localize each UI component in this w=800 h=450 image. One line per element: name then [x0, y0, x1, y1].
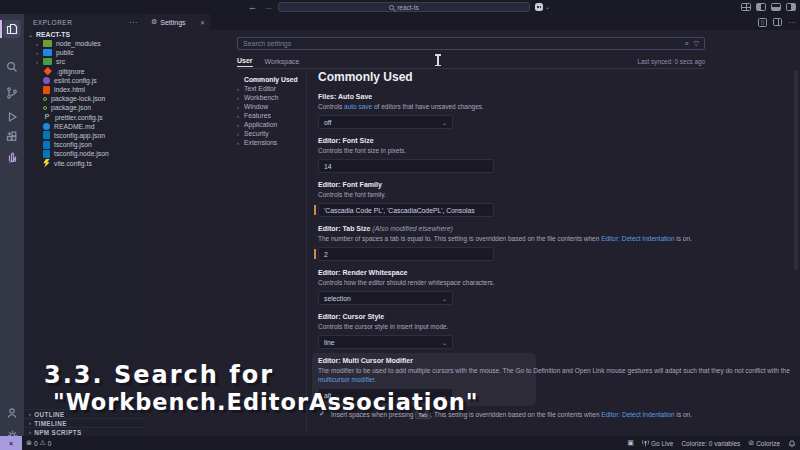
- file-tree-item[interactable]: index.html: [24, 85, 146, 94]
- close-icon[interactable]: ✕: [200, 19, 205, 26]
- sidebar-section-header[interactable]: › TIMELINE: [24, 418, 146, 427]
- settings-toc-item[interactable]: › Text Editor: [237, 84, 307, 93]
- sidebar-section-header[interactable]: › OUTLINE: [24, 409, 146, 418]
- nav-back-icon[interactable]: ←: [248, 2, 257, 12]
- file-name: public: [56, 49, 74, 56]
- file-icon: [44, 67, 52, 75]
- settings-group-heading: Commonly Used: [318, 70, 796, 84]
- file-tree-item[interactable]: README.md: [24, 122, 146, 131]
- checkbox-checked-icon[interactable]: ✓: [319, 410, 325, 418]
- tab-settings[interactable]: ⚙ Settings ✕: [146, 14, 210, 30]
- colorize-toggle-item[interactable]: ⊘ Colorize: [744, 439, 784, 447]
- command-center[interactable]: react-ts: [278, 2, 530, 12]
- gear-icon: ⚙: [151, 18, 157, 26]
- setting-control[interactable]: selection ⌄: [318, 291, 453, 305]
- notifications-bell-icon[interactable]: [784, 439, 800, 448]
- file-icon: [43, 150, 50, 158]
- setting-description-text: The number of spaces a tab is equal to. …: [318, 235, 601, 242]
- project-root-item[interactable]: ⌄ REACT-TS: [24, 29, 146, 39]
- scope-tab-user[interactable]: User: [237, 57, 253, 67]
- setting-title: Editor: Multi Cursor Modifier: [318, 357, 794, 364]
- file-icon: [43, 40, 52, 47]
- toggle-secondary-sidebar-icon[interactable]: [786, 3, 796, 11]
- setting-description-link[interactable]: auto save: [344, 103, 372, 110]
- settings-toc-item[interactable]: › Workbench: [237, 93, 307, 102]
- file-tree-item[interactable]: tsconfig.node.json: [24, 149, 146, 158]
- file-icon: [43, 106, 47, 110]
- file-tree-item[interactable]: vite.config.ts: [24, 158, 146, 167]
- filter-icon[interactable]: ▽: [694, 40, 699, 48]
- colorize-variables-item[interactable]: Colorize: 0 variables: [677, 440, 744, 447]
- file-tree-item[interactable]: P prettier.config.js: [24, 113, 146, 122]
- search-icon: [389, 5, 394, 10]
- setting-row: ✓ Insert spaces when pressing Tab. This …: [318, 410, 794, 420]
- toc-label: Workbench: [244, 94, 278, 101]
- file-tree-item[interactable]: tsconfig.app.json: [24, 131, 146, 140]
- file-tree-item[interactable]: tsconfig.json: [24, 140, 146, 149]
- setting-description: Controls the font family.: [318, 190, 794, 199]
- scope-tab-workspace[interactable]: Workspace: [265, 58, 300, 67]
- toggle-panel-icon[interactable]: [771, 3, 781, 11]
- toggle-sidebar-icon[interactable]: [756, 3, 766, 11]
- settings-toc-item[interactable]: › Extensions: [237, 138, 307, 147]
- customize-layout-icon[interactable]: [741, 3, 751, 11]
- file-icon: [43, 159, 50, 168]
- scrollbar[interactable]: [794, 70, 798, 270]
- chevron-down-icon: ⌄: [442, 119, 447, 126]
- suggest-icon[interactable]: ≡: [685, 40, 689, 48]
- extra-extension-icon[interactable]: [0, 146, 24, 168]
- file-tree-item[interactable]: › public: [24, 48, 146, 57]
- slash-circle-icon: ⊘: [748, 439, 754, 447]
- setting-description-link[interactable]: multicursor modifier: [318, 376, 374, 383]
- settings-toc-item[interactable]: Commonly Used: [237, 75, 307, 84]
- file-tree-item[interactable]: package.json: [24, 103, 146, 112]
- setting-control[interactable]: line ⌄: [318, 335, 453, 349]
- source-control-icon[interactable]: [0, 82, 24, 104]
- file-icon: [43, 131, 50, 139]
- chevron-right-icon: ›: [237, 140, 244, 146]
- setting-description-link[interactable]: Editor: Detect Indentation: [601, 235, 674, 242]
- file-name: .gitignore: [57, 68, 85, 75]
- extensions-icon[interactable]: [0, 126, 24, 148]
- explorer-sidebar: EXPLORER ⋯ ⌄ REACT-TS › node_modules › p…: [24, 14, 146, 436]
- chevron-down-icon: ⌄: [545, 3, 550, 10]
- toc-divider: [306, 72, 307, 432]
- settings-toc-item[interactable]: › Features: [237, 111, 307, 120]
- setting-row: ✓ Editor: Render Whitespace Controls how…: [318, 269, 794, 305]
- status-feedback-item[interactable]: ▣: [623, 439, 638, 447]
- remote-indicator[interactable]: ×: [0, 436, 22, 450]
- file-name: package-lock.json: [51, 95, 105, 102]
- setting-control[interactable]: 2 ⌄: [318, 247, 494, 261]
- settings-toc-item[interactable]: › Application: [237, 120, 307, 129]
- more-actions-icon[interactable]: ···: [788, 18, 796, 27]
- setting-control[interactable]: 14 ⌄: [318, 159, 494, 173]
- copilot-menu[interactable]: ⌄: [535, 3, 550, 11]
- file-tree-item[interactable]: package-lock.json: [24, 94, 146, 103]
- file-tree-item[interactable]: › node_modules: [24, 39, 146, 48]
- setting-value: selection: [324, 295, 351, 302]
- nav-forward-icon[interactable]: →: [264, 2, 273, 12]
- setting-control[interactable]: 'Cascadia Code PL', 'CascadiaCodePL', Co…: [318, 203, 494, 217]
- file-tree-item[interactable]: .gitignore: [24, 67, 146, 76]
- search-view-icon[interactable]: [0, 56, 24, 78]
- run-debug-icon[interactable]: [0, 106, 24, 128]
- settings-toc-item[interactable]: › Window: [237, 102, 307, 111]
- setting-control[interactable]: off ⌄: [318, 115, 453, 129]
- file-tree-item[interactable]: eslint.config.js: [24, 76, 146, 85]
- problems-indicator[interactable]: ⊗ 0 ⚠ 0: [22, 439, 55, 447]
- go-live-button[interactable]: Go Live: [638, 439, 677, 447]
- explorer-more-icon[interactable]: ⋯: [129, 18, 138, 27]
- sidebar-section-header[interactable]: › NPM SCRIPTS: [24, 427, 146, 436]
- sidebar-section-label: NPM SCRIPTS: [34, 429, 81, 436]
- file-icon: [43, 97, 47, 101]
- split-editor-icon[interactable]: [773, 18, 782, 26]
- account-icon[interactable]: [0, 402, 24, 424]
- settings-toc-item[interactable]: › Security: [237, 129, 307, 138]
- file-name: prettier.config.js: [55, 114, 103, 121]
- setting-control[interactable]: alt ⌄: [318, 388, 453, 402]
- setting-description-link[interactable]: Editor: Detect Indentation: [601, 411, 674, 418]
- settings-search-input[interactable]: Search settings ≡ ▽: [237, 37, 705, 50]
- open-settings-json-icon[interactable]: {}: [758, 18, 767, 27]
- explorer-icon[interactable]: [0, 18, 24, 40]
- file-tree-item[interactable]: › src: [24, 57, 146, 66]
